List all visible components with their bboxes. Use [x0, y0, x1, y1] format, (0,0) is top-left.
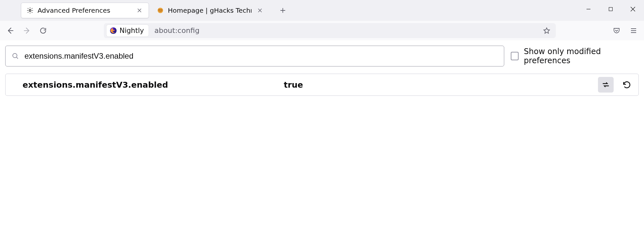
- about-config-content: Show only modified preferences extension…: [0, 40, 644, 101]
- identity-chip[interactable]: Nightly: [106, 25, 149, 36]
- svg-point-1: [158, 8, 163, 13]
- svg-point-4: [13, 53, 17, 58]
- gear-icon: [26, 7, 34, 14]
- url-text: about:config: [154, 26, 200, 35]
- pref-name: extensions.manifestV3.enabled: [23, 80, 284, 90]
- reload-button[interactable]: [35, 23, 51, 38]
- pref-row: extensions.manifestV3.enabled true: [5, 74, 639, 96]
- svg-point-0: [29, 9, 31, 11]
- reset-button[interactable]: [619, 77, 635, 93]
- close-window-button[interactable]: [622, 0, 644, 18]
- bookmark-star-button[interactable]: [540, 24, 553, 37]
- svg-rect-2: [609, 7, 613, 11]
- ghacks-favicon: [157, 7, 164, 14]
- close-icon[interactable]: [135, 6, 144, 15]
- tab-ghacks[interactable]: Homepage | gHacks Technology: [152, 3, 269, 18]
- back-button[interactable]: [3, 23, 18, 38]
- app-menu-button[interactable]: [626, 23, 641, 38]
- url-bar[interactable]: Nightly about:config: [104, 23, 556, 38]
- tab-title: Advanced Preferences: [38, 7, 131, 14]
- tab-strip: Advanced Preferences Homepage | gHacks T…: [0, 0, 644, 21]
- tab-title: Homepage | gHacks Technology: [168, 7, 251, 14]
- pocket-button[interactable]: [609, 23, 624, 38]
- checkbox[interactable]: [511, 52, 519, 60]
- forward-button[interactable]: [19, 23, 35, 38]
- pref-value: true: [284, 80, 598, 90]
- show-only-modified-label: Show only modified preferences: [524, 47, 639, 65]
- minimize-button[interactable]: [577, 0, 600, 18]
- show-only-modified[interactable]: Show only modified preferences: [511, 47, 639, 65]
- new-tab-button[interactable]: [276, 4, 289, 17]
- maximize-button[interactable]: [600, 0, 622, 18]
- toggle-button[interactable]: [598, 77, 614, 93]
- firefox-nightly-icon: [110, 27, 117, 34]
- search-icon: [11, 52, 19, 60]
- pref-search-input[interactable]: [24, 51, 498, 61]
- close-icon[interactable]: [255, 6, 265, 15]
- window-controls: [577, 0, 644, 21]
- navigation-toolbar: Nightly about:config: [0, 21, 644, 40]
- identity-label: Nightly: [120, 27, 144, 35]
- pref-search-box[interactable]: [5, 46, 504, 66]
- tab-advanced-preferences[interactable]: Advanced Preferences: [21, 3, 149, 18]
